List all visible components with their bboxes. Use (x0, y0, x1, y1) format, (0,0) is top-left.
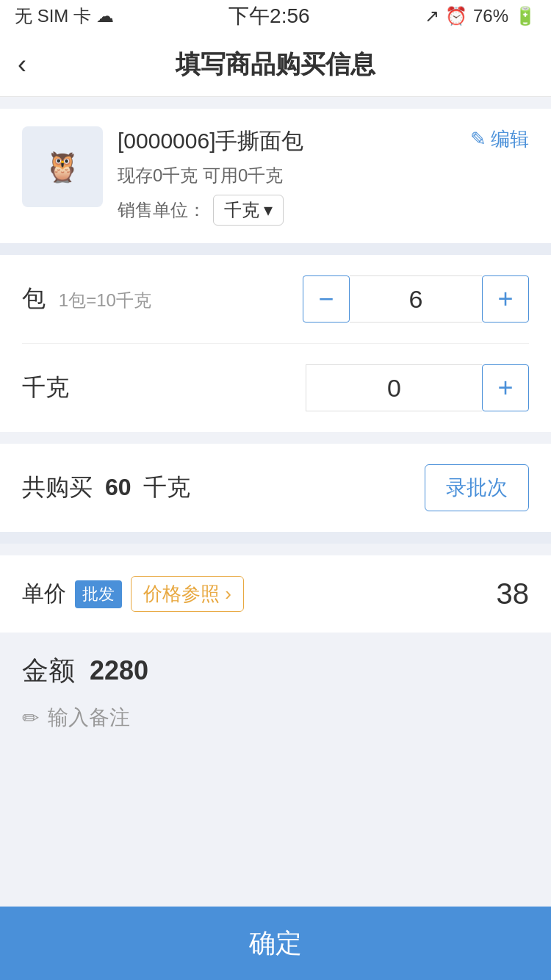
filler-area (0, 752, 551, 907)
unit-chevron: ▾ (264, 200, 273, 220)
remark-text[interactable]: 输入备注 (48, 704, 130, 732)
status-bar: 无 SIM 卡 ☁ 下午2:56 ↗ ⏰ 76% 🔋 (0, 0, 551, 32)
location-icon: ↗ (425, 6, 439, 26)
input-label-kg: 千克 (22, 372, 69, 404)
battery-icon: 🔋 (514, 6, 536, 26)
controls-kg: + (306, 364, 529, 411)
edit-icon: ✎ (470, 128, 486, 151)
confirm-button[interactable]: 确定 (249, 926, 302, 962)
price-value: 38 (497, 577, 530, 610)
confirm-bar[interactable]: 确定 (0, 907, 551, 980)
price-label-group: 单价 批发 价格参照 › (22, 576, 244, 612)
total-text-prefix: 共购买 (22, 474, 93, 500)
product-thumb-icon: 🦉 (44, 150, 81, 184)
nav-bar: ‹ 填写商品购买信息 (0, 32, 551, 97)
price-label: 单价 (22, 579, 66, 609)
qty-kg-input[interactable] (306, 364, 482, 411)
amount-label: 金额 (22, 655, 75, 685)
increment-kg-button[interactable]: + (482, 364, 529, 411)
qty-bao-input[interactable] (350, 275, 482, 323)
amount-value: 2280 (90, 655, 148, 685)
alarm-icon: ⏰ (445, 6, 467, 26)
edit-button[interactable]: ✎ 编辑 (470, 126, 529, 152)
price-section: 单价 批发 价格参照 › 38 (0, 555, 551, 633)
total-section: 共购买 60 千克 录批次 (0, 444, 551, 532)
input-label-bao: 包 1包=10千克 (22, 283, 151, 315)
total-unit: 千克 (143, 474, 190, 500)
unit-label: 销售单位： (118, 198, 206, 222)
product-stock: 现存0千克 可用0千克 (118, 164, 455, 187)
input-row-bao: 包 1包=10千克 − + (22, 255, 529, 344)
amount-row: 金额 2280 (22, 653, 529, 689)
input-row-kg: 千克 + (22, 344, 529, 432)
input-section: 包 1包=10千克 − + 千克 + (0, 255, 551, 432)
page-title: 填写商品购买信息 (176, 48, 375, 82)
label-kg: 千克 (22, 374, 69, 400)
remark-row[interactable]: ✏ 输入备注 (22, 704, 529, 732)
product-thumbnail: 🦉 (22, 126, 103, 207)
price-ref-button[interactable]: 价格参照 › (131, 576, 244, 612)
status-right: ↗ ⏰ 76% 🔋 (425, 6, 536, 26)
batch-button[interactable]: 录批次 (425, 464, 529, 511)
hint-bao: 1包=10千克 (59, 290, 151, 310)
divider-2 (0, 532, 551, 544)
battery-label: 76% (473, 6, 508, 26)
label-bao: 包 (22, 285, 46, 311)
edit-label: 编辑 (491, 126, 529, 152)
product-unit-row: 销售单位： 千克 ▾ (118, 195, 455, 226)
back-button[interactable]: ‹ (18, 49, 26, 80)
decrement-bao-button[interactable]: − (303, 275, 350, 323)
pencil-icon: ✏ (22, 706, 39, 730)
status-left: 无 SIM 卡 ☁ (15, 4, 114, 28)
sim-label: 无 SIM 卡 ☁ (15, 4, 114, 28)
controls-bao: − + (303, 275, 529, 323)
product-info: [0000006]手撕面包 现存0千克 可用0千克 销售单位： 千克 ▾ (118, 126, 455, 226)
divider-1 (0, 243, 551, 255)
amount-section: 金额 2280 ✏ 输入备注 (0, 633, 551, 752)
unit-value: 千克 (224, 198, 259, 222)
increment-bao-button[interactable]: + (482, 275, 529, 323)
price-tag: 批发 (75, 580, 122, 608)
status-time: 下午2:56 (228, 2, 310, 30)
product-card: 🦉 [0000006]手撕面包 现存0千克 可用0千克 销售单位： 千克 ▾ ✎… (0, 109, 551, 243)
unit-select[interactable]: 千克 ▾ (213, 195, 284, 226)
total-value: 60 (105, 474, 132, 500)
total-label: 共购买 60 千克 (22, 472, 190, 504)
product-name: [0000006]手撕面包 (118, 126, 455, 156)
